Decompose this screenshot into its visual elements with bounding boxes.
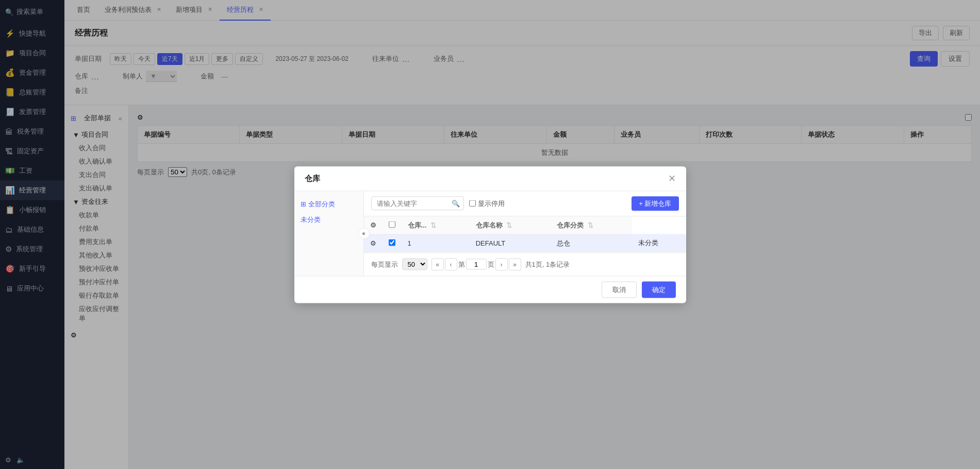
row-name: 总仓	[551, 234, 632, 252]
modal-action-footer: 取消 确定	[294, 276, 686, 303]
modal-cancel-button[interactable]: 取消	[602, 281, 637, 298]
modal-main: 🔍 显示停用 + 新增仓库 ⚙ 仓库...	[364, 191, 686, 276]
modal-col-category-label: 仓库分类	[557, 221, 584, 229]
modal-select-all[interactable]	[389, 221, 395, 228]
modal-close-button[interactable]: ✕	[668, 174, 676, 183]
row-code: DEFAULT	[470, 234, 551, 252]
modal-header: 仓库 ✕	[294, 166, 686, 191]
modal-sidebar-collapse-btn[interactable]: «	[358, 228, 370, 239]
modal-search-wrap: 🔍	[371, 197, 464, 211]
modal-col-code: 仓库... ⇅	[402, 216, 470, 234]
modal-page-input[interactable]	[466, 259, 487, 270]
modal-uncategorized-label: 未分类	[301, 215, 321, 223]
row-checkbox[interactable]	[389, 239, 395, 246]
modal-table: ⚙ 仓库... ⇅ 仓库名称 ⇅ 仓库分类	[364, 216, 686, 252]
modal-search-icon[interactable]: 🔍	[452, 200, 460, 207]
modal-confirm-button[interactable]: 确定	[642, 281, 676, 298]
modal-per-page-label: 每页显示	[371, 260, 398, 269]
modal-page-label: 页	[488, 260, 494, 269]
modal-pagination: 每页显示 50 « ‹ 第 页 › » 共1页, 1条记录	[371, 258, 679, 270]
modal-sidebar: ⊞ 全部分类 未分类 «	[294, 191, 364, 276]
show-disabled-text: 显示停用	[478, 199, 505, 208]
modal-col-name-label: 仓库名称	[476, 221, 503, 229]
row-checkbox-cell[interactable]	[383, 234, 402, 252]
modal-body: ⊞ 全部分类 未分类 « 🔍 显示停用 + 新增仓库	[294, 191, 686, 276]
modal-sidebar-uncategorized[interactable]: 未分类	[294, 212, 363, 227]
modal-all-label: 全部分类	[308, 199, 335, 208]
warehouse-modal: 仓库 ✕ ⊞ 全部分类 未分类 « 🔍	[294, 166, 686, 303]
modal-table-row[interactable]: ⚙ 1 DEFAULT 总仓 未分类	[364, 234, 686, 252]
modal-last-page-btn[interactable]: »	[509, 258, 521, 270]
modal-page-nav: « ‹ 第 页 › »	[431, 258, 521, 270]
modal-col-name: 仓库名称 ⇅	[470, 216, 551, 234]
modal-toolbar: 🔍 显示停用 + 新增仓库	[364, 191, 686, 216]
show-disabled-label[interactable]: 显示停用	[469, 199, 505, 208]
modal-grid-icon: ⊞	[301, 200, 306, 208]
modal-first-page-btn[interactable]: «	[431, 258, 444, 270]
modal-search-input[interactable]	[371, 197, 464, 211]
modal-total-label: 共1页, 1条记录	[525, 260, 570, 269]
show-disabled-checkbox[interactable]	[469, 200, 476, 207]
modal-table-wrap: ⚙ 仓库... ⇅ 仓库名称 ⇅ 仓库分类	[364, 216, 686, 252]
sort-icon-name[interactable]: ⇅	[506, 221, 512, 229]
modal-sidebar-all[interactable]: ⊞ 全部分类	[294, 196, 363, 212]
modal-sidebar-scroll: 未分类	[294, 212, 363, 270]
sort-icon-code[interactable]: ⇅	[430, 221, 436, 229]
modal-page-label-pre: 第	[458, 260, 465, 269]
modal-col-category: 仓库分类 ⇅	[551, 216, 632, 234]
modal-col-code-label: 仓库...	[408, 221, 427, 229]
add-warehouse-button[interactable]: + 新增仓库	[632, 196, 678, 211]
row-id: 1	[402, 234, 470, 252]
row-category: 未分类	[632, 234, 686, 252]
sort-icon-category[interactable]: ⇅	[588, 221, 593, 229]
modal-prev-page-btn[interactable]: ‹	[445, 258, 457, 270]
modal-title: 仓库	[305, 173, 320, 183]
modal-next-page-btn[interactable]: ›	[495, 258, 508, 270]
modal-footer: 每页显示 50 « ‹ 第 页 › » 共1页, 1条记录	[364, 252, 686, 276]
modal-per-page-select[interactable]: 50	[402, 258, 427, 270]
modal-col-checkbox	[383, 216, 402, 234]
